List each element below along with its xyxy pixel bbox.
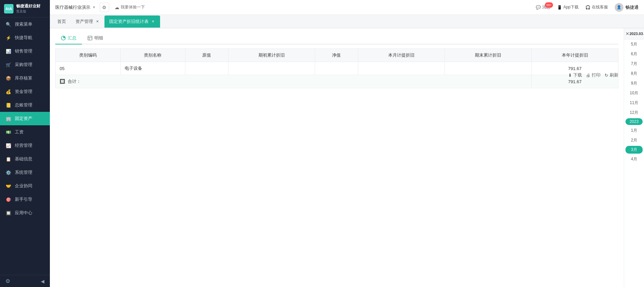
sidebar-item-guide[interactable]: 🎯 新手引导 bbox=[0, 193, 50, 206]
app-download-button[interactable]: 📱 App下载 bbox=[557, 4, 579, 10]
print-icon: 🖨 bbox=[586, 73, 590, 78]
date-item-prev-7月[interactable]: 7月 bbox=[624, 59, 644, 69]
logo-sub: 普及版 bbox=[16, 9, 40, 14]
refresh-label: 刷新 bbox=[610, 72, 618, 78]
sidebar-icon-funds: 💰 bbox=[5, 89, 11, 95]
date-item-2023-4月[interactable]: 4月 bbox=[624, 154, 644, 164]
sidebar-icon-enterprise: 🤝 bbox=[5, 183, 11, 189]
sidebar-settings-icon[interactable]: ⚙ bbox=[5, 278, 10, 284]
total-expand-icon[interactable]: 🔲 bbox=[60, 79, 65, 84]
sidebar-label-inventory: 库存核算 bbox=[15, 75, 32, 81]
company-selector[interactable]: 医疗器械行业演示 ▼ bbox=[55, 4, 96, 10]
subtab-summary[interactable]: 汇总 bbox=[55, 32, 82, 44]
date-item-prev-12月[interactable]: 12月 bbox=[624, 108, 644, 118]
tab-close-depreciation[interactable]: ✕ bbox=[151, 19, 155, 24]
sidebar-label-basic: 基础信息 bbox=[15, 156, 32, 162]
subtab-detail[interactable]: 明细 bbox=[82, 32, 109, 44]
tab-label-depreciation: 固定资产折旧统计表 bbox=[109, 19, 149, 25]
sidebar-nav: 🔍 搜索菜单 ⚡ 快捷导航 📊 销售管理 🛒 采购管理 📦 库存核算 💰 资金管… bbox=[0, 18, 50, 275]
date-item-prev-6月[interactable]: 6月 bbox=[624, 49, 644, 59]
sidebar-bottom: ⚙ ◀ bbox=[0, 275, 50, 287]
sidebar-item-funds[interactable]: 💰 资金管理 bbox=[0, 85, 50, 98]
tab-bar: 首页资产管理✕固定资产折旧统计表✕ bbox=[50, 15, 644, 28]
sidebar-icon-sales: 📊 bbox=[5, 48, 11, 54]
header-settings-button[interactable]: ⚙ bbox=[100, 3, 109, 12]
date-item-2023-2月[interactable]: 2月 bbox=[624, 135, 644, 145]
sidebar-item-ledger[interactable]: 📒 总账管理 bbox=[0, 98, 50, 112]
col-name: 类别名称 bbox=[120, 49, 185, 62]
notifications-button[interactable]: 💬 消息 99+ bbox=[536, 4, 550, 10]
notifications-badge: 99+ bbox=[545, 2, 553, 8]
sidebar-icon-system: ⚙️ bbox=[5, 169, 11, 176]
tab-close-assets-mgmt[interactable]: ✕ bbox=[95, 19, 100, 24]
print-button[interactable]: 🖨 打印 bbox=[586, 72, 601, 78]
sidebar-collapse-icon[interactable]: ◀ bbox=[41, 279, 44, 284]
date-item-2023-1月[interactable]: 1月 bbox=[624, 126, 644, 135]
sidebar-label-ledger: 总账管理 bbox=[15, 102, 32, 108]
sidebar-label-apps: 应用中心 bbox=[15, 210, 32, 216]
sidebar-label-salary: 工资 bbox=[15, 129, 24, 135]
tab-home[interactable]: 首页 bbox=[53, 15, 71, 28]
table-total-row: 🔲 合计： 791.67 bbox=[56, 75, 618, 88]
sidebar-icon-ledger: 📒 bbox=[5, 102, 11, 108]
date-item-prev-8月[interactable]: 8月 bbox=[624, 69, 644, 78]
message-icon: 💬 bbox=[536, 5, 541, 10]
experience-label: 我要体验一下 bbox=[121, 4, 145, 10]
sidebar-item-inventory[interactable]: 📦 库存核算 bbox=[0, 71, 50, 85]
sidebar-item-quicknav[interactable]: ⚡ 快捷导航 bbox=[0, 31, 50, 44]
user-area[interactable]: 👤 畅捷通 bbox=[615, 3, 639, 12]
customer-service-button[interactable]: 🎧 在线客服 bbox=[585, 4, 608, 10]
col-annual-depreciation: 本年计提折旧 bbox=[531, 49, 618, 62]
depreciation-table: 类别编码 类别名称 原值 期初累计折旧 净值 本月计提折旧 期末累计折旧 本年计… bbox=[55, 49, 618, 88]
sidebar-item-enterprise[interactable]: 🤝 企业协同 bbox=[0, 179, 50, 193]
sidebar-label-guide: 新手引导 bbox=[15, 196, 32, 202]
date-panel-close-button[interactable]: ✕ bbox=[625, 31, 630, 36]
date-item-2023-3月[interactable]: 3月 bbox=[625, 146, 643, 154]
user-name: 畅捷通 bbox=[625, 4, 639, 10]
sidebar-item-apps[interactable]: 🔲 应用中心 bbox=[0, 206, 50, 220]
sidebar-item-sales[interactable]: 📊 销售管理 bbox=[0, 44, 50, 58]
cell-ending-dep-0 bbox=[445, 62, 532, 75]
page-content: 汇总 明细 ⬇ 下载 bbox=[50, 28, 624, 287]
download-button[interactable]: ⬇ 下载 bbox=[568, 72, 582, 78]
experience-button[interactable]: ☁ 我要体验一下 bbox=[115, 4, 145, 10]
subtab-summary-label: 汇总 bbox=[68, 35, 76, 41]
sidebar-label-assets: 固定资产 bbox=[15, 116, 32, 122]
sidebar-icon-quicknav: ⚡ bbox=[5, 35, 11, 41]
sidebar-label-purchase: 采购管理 bbox=[15, 62, 32, 68]
date-item-prev-11月[interactable]: 11月 bbox=[624, 98, 644, 108]
sidebar-label-quicknav: 快捷导航 bbox=[15, 35, 32, 41]
col-original: 原值 bbox=[185, 49, 228, 62]
header-right: 💬 消息 99+ 📱 App下载 🎧 在线客服 👤 畅捷通 bbox=[536, 3, 639, 12]
tab-depreciation[interactable]: 固定资产折旧统计表✕ bbox=[104, 15, 160, 28]
table-wrapper: 类别编码 类别名称 原值 期初累计折旧 净值 本月计提折旧 期末累计折旧 本年计… bbox=[55, 49, 618, 283]
app-download-label: App下载 bbox=[563, 4, 579, 10]
sidebar-item-assets[interactable]: 🏢 固定资产 bbox=[0, 112, 50, 125]
sidebar-item-system[interactable]: ⚙️ 系统管理 bbox=[0, 166, 50, 179]
subtab-detail-label: 明细 bbox=[94, 35, 103, 41]
date-item-prev-9月[interactable]: 9月 bbox=[624, 78, 644, 88]
svg-rect-1 bbox=[88, 36, 92, 40]
cloud-icon: ☁ bbox=[115, 5, 119, 10]
date-list: 5月6月7月8月9月10月11月12月20231月2月3月4月 bbox=[624, 39, 644, 287]
date-item-prev-10月[interactable]: 10月 bbox=[624, 88, 644, 98]
sidebar-icon-inventory: 📦 bbox=[5, 75, 11, 81]
sidebar-label-funds: 资金管理 bbox=[15, 89, 32, 95]
sidebar-item-basic[interactable]: 📋 基础信息 bbox=[0, 152, 50, 166]
date-item-prev-5月[interactable]: 5月 bbox=[624, 39, 644, 49]
sidebar-label-enterprise: 企业协同 bbox=[15, 183, 32, 189]
sidebar-item-purchase[interactable]: 🛒 采购管理 bbox=[0, 58, 50, 71]
col-ending-depreciation: 期末累计折旧 bbox=[445, 49, 532, 62]
sidebar-item-salary[interactable]: 💵 工资 bbox=[0, 125, 50, 139]
refresh-button[interactable]: ↻ 刷新 bbox=[605, 72, 618, 78]
company-name: 医疗器械行业演示 bbox=[55, 4, 90, 10]
sidebar-item-search[interactable]: 🔍 搜索菜单 bbox=[0, 18, 50, 31]
col-monthly-depreciation: 本月计提折旧 bbox=[358, 49, 445, 62]
date-year-2023[interactable]: 2023 bbox=[625, 118, 643, 125]
toolbar: ⬇ 下载 🖨 打印 ↻ 刷新 bbox=[568, 72, 618, 78]
tab-assets-mgmt[interactable]: 资产管理✕ bbox=[71, 15, 104, 28]
sidebar-icon-assets: 🏢 bbox=[5, 116, 11, 122]
col-code: 类别编码 bbox=[56, 49, 121, 62]
sidebar-item-operations[interactable]: 📈 经营管理 bbox=[0, 139, 50, 152]
avatar: 👤 bbox=[615, 3, 623, 12]
